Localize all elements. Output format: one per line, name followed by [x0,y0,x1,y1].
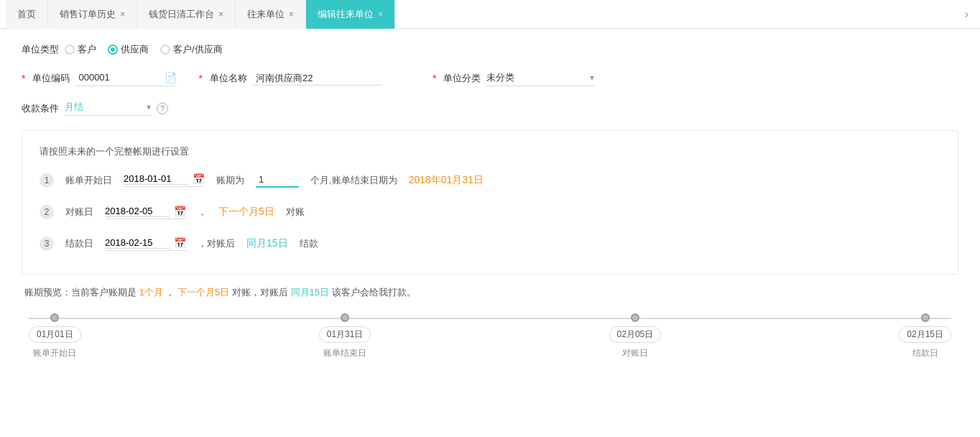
unit-category-group: * 单位分类 未分类 ▾ [433,71,594,86]
payment-terms-value: 月结 [65,101,144,114]
tab-sales-order-label: 销售订单历史 [60,8,116,21]
payment-date-field: 📅 [105,237,186,251]
unit-name-group: * 单位名称 [198,71,382,86]
timeline-dot-3 [631,313,639,322]
recon-date-input[interactable] [105,206,170,217]
recon-date-calendar-icon[interactable]: 📅 [174,206,186,217]
payment-terms-select[interactable]: 月结 ▾ [65,101,151,116]
radio-customer[interactable]: 客户 [65,43,96,56]
settings-section: 请按照未来的一个完整帐期进行设置 1 账单开始日 📅 账期为 个月,账单结束日期… [22,130,958,275]
timeline-point-3: 02月05日 对账日 [609,313,662,359]
tab-partner-units[interactable]: 往来单位 × [236,0,306,29]
timeline-point-1: 01月01日 账单开始日 [29,313,81,359]
radio-customer-label: 客户 [78,43,96,56]
payment-date-calendar-icon[interactable]: 📅 [174,237,186,249]
end-date-value: 2018年01月31日 [409,174,484,187]
tab-cash-close[interactable]: × [218,9,223,19]
timeline-line-row: 01月01日 账单开始日 01月31日 账单结束日 02月05日 对账日 [29,313,951,359]
tab-home[interactable]: 首页 [6,0,48,29]
main-content: 单位类型 客户 供应商 客户/供应商 * 单位编码 [0,29,980,437]
start-date-field: 📅 [124,173,205,187]
payment-terms-group: 收款条件 月结 ▾ ? [22,101,168,116]
timeline-wrapper: 01月01日 账单开始日 01月31日 账单结束日 02月05日 对账日 [22,313,958,359]
timeline-label-2: 01月31日 [319,326,371,343]
unit-name-input[interactable] [253,71,382,86]
tab-edit-close[interactable]: × [378,9,383,19]
timeline-point-2: 01月31日 账单结束日 [319,313,371,359]
timeline-points: 01月01日 账单开始日 01月31日 账单结束日 02月05日 对账日 [29,313,951,359]
timeline-desc-4: 结款日 [912,347,938,359]
tab-cash-reconciliation[interactable]: 钱货日清工作台 × [137,0,236,29]
setting-row-2: 2 对账日 📅 ， 下一个月5日 对账 [40,205,940,219]
payment-terms-label: 收款条件 [22,102,59,115]
section-instruction: 请按照未来的一个完整帐期进行设置 [40,145,940,158]
row-number-3: 3 [40,236,54,251]
unit-category-label: 单位分类 [443,72,481,85]
preview-part4: 对账，对账后 [232,287,288,298]
unit-type-group: 单位类型 客户 供应商 客户/供应商 [22,43,223,56]
preview-prefix: 账期预览：当前客户账期是 [24,287,137,298]
preview-section: 账期预览：当前客户账期是 1个月 ， 下一个月5日 对账，对账后 同月15日 该… [22,286,958,299]
radio-both-label: 客户/供应商 [173,43,223,56]
unit-category-select[interactable]: 未分类 ▾ [486,71,594,86]
tab-sales-order-close[interactable]: × [120,9,125,19]
radio-both[interactable]: 客户/供应商 [160,43,223,56]
row-number-2: 2 [40,205,54,219]
start-date-calendar-icon[interactable]: 📅 [193,173,205,185]
radio-customer-circle [65,45,75,55]
unit-type-row: 单位类型 客户 供应商 客户/供应商 [22,43,958,56]
tab-home-label: 首页 [17,8,36,21]
tab-edit-label: 编辑往来单位 [318,8,374,21]
radio-group-unit-type: 客户 供应商 客户/供应商 [65,43,223,56]
timeline-label-3: 02月05日 [609,326,662,343]
timeline-desc-3: 对账日 [622,347,648,359]
start-date-input[interactable] [124,173,188,185]
payment-terms-help-icon[interactable]: ? [157,103,168,114]
timeline-label-4: 02月15日 [899,326,951,343]
tab-edit-partner[interactable]: 编辑往来单位 × [306,0,395,29]
timeline-dot-1 [50,313,59,322]
payment-same-month: 同月15日 [246,237,288,250]
unit-info-row: * 单位编码 📄 * 单位名称 * 单位分类 未分类 ▾ [22,70,958,86]
unit-code-icon[interactable]: 📄 [165,72,177,83]
timeline-point-4: 02月15日 结款日 [899,313,951,359]
tab-cash-label: 钱货日清工作台 [149,8,214,21]
unit-code-input-wrapper: 📄 [75,70,177,86]
recon-next-month: 下一个月5日 [218,206,274,218]
radio-both-circle [160,45,170,55]
unit-name-required: * [198,73,202,84]
tab-sales-order-history[interactable]: 销售订单历史 × [48,0,137,29]
unit-type-label: 单位类型 [22,43,59,56]
unit-code-label: 单位编码 [32,72,70,85]
unit-code-required: * [22,73,25,84]
preview-part5: 同月15日 [291,287,329,298]
payment-date-input[interactable] [105,237,170,249]
timeline-desc-1: 账单开始日 [33,347,76,359]
preview-part6: 该客户会给我打款。 [332,287,416,298]
timeline-desc-2: 账单结束日 [323,347,366,359]
payment-after-text: ，对账后 [198,237,235,250]
period-label: 账期为 [216,174,244,187]
setting-label-start: 账单开始日 [65,174,112,187]
unit-code-input[interactable] [75,70,162,84]
tab-partner-label: 往来单位 [247,8,285,21]
period-unit-text: 个月,账单结束日期为 [310,174,397,187]
unit-category-chevron-icon: ▾ [590,73,594,83]
unit-category-required: * [433,73,436,84]
setting-label-recon: 对账日 [65,206,93,218]
payment-terms-row: 收款条件 月结 ▾ ? [22,101,958,116]
preview-part1: 1个月 [139,287,163,298]
radio-supplier[interactable]: 供应商 [108,43,149,56]
payment-terms-chevron-icon: ▾ [147,102,151,112]
payment-suffix: 结款 [300,237,318,250]
recon-suffix: 对账 [286,206,305,218]
radio-supplier-circle [108,45,118,55]
tab-partner-close[interactable]: × [289,9,294,19]
radio-supplier-label: 供应商 [121,43,149,56]
period-input[interactable] [256,172,299,188]
row-number-1: 1 [40,173,54,188]
tabs-scroll-right[interactable]: › [959,8,974,21]
recon-comma: ， [198,206,207,218]
setting-label-payment: 结款日 [65,237,93,250]
unit-name-label: 单位名称 [210,72,247,85]
